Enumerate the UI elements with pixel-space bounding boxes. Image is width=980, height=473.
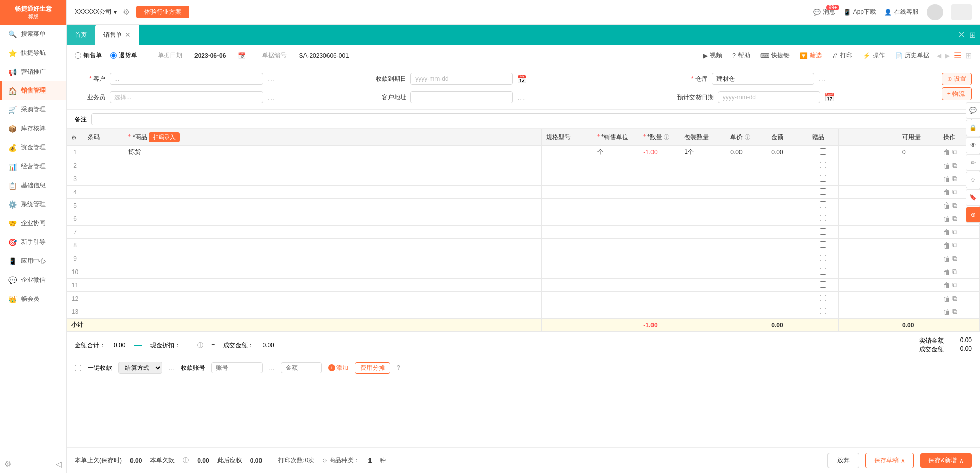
copy-icon[interactable]: ⧉ (952, 254, 957, 263)
delete-icon[interactable]: 🗑 (943, 241, 950, 250)
delete-icon[interactable]: 🗑 (943, 201, 950, 210)
tab-sales-order[interactable]: 销售单 ✕ (95, 25, 139, 45)
save-new-btn[interactable]: 保存&新增 ∧ (920, 453, 972, 468)
history-btn[interactable]: 📄 历史单据 (892, 50, 932, 61)
float-star-btn[interactable]: ☆ (966, 172, 980, 188)
avatar[interactable] (927, 4, 943, 20)
amount-input[interactable] (281, 362, 322, 373)
tab-home[interactable]: 首页 (67, 25, 95, 45)
float-bookmark-btn[interactable]: 🔖 (966, 189, 980, 206)
shortcut-btn[interactable]: ⌨ 快捷键 (757, 50, 793, 61)
delete-icon[interactable]: 🗑 (943, 162, 950, 170)
add-payment-btn[interactable]: + 添加 (328, 364, 349, 372)
sidebar-item-guide[interactable]: 🎯 新手引导 (0, 233, 66, 252)
copy-icon[interactable]: ⧉ (952, 148, 957, 156)
tab-layout-icon[interactable]: ⊞ (969, 30, 976, 40)
sidebar-item-inventory[interactable]: 📦 库存核算 (0, 119, 66, 138)
trial-btn[interactable]: 体验行业方案 (136, 6, 189, 18)
app-download-btn[interactable]: 📱 App下载 (843, 8, 876, 16)
float-comment-btn[interactable]: 💬 (966, 102, 980, 119)
row-product[interactable]: 拣货 (124, 146, 542, 159)
copy-icon[interactable]: ⧉ (952, 307, 957, 316)
fee-help-icon[interactable]: ? (397, 364, 400, 371)
sidebar-item-appstore[interactable]: 📱 应用中心 (0, 252, 66, 271)
sidebar-item-marketing[interactable]: 📢 营销推广 (0, 62, 66, 81)
qty-help-icon[interactable]: ⓘ (664, 134, 669, 140)
radio-return-order[interactable]: 退货单 (110, 51, 137, 60)
delete-icon[interactable]: 🗑 (943, 295, 950, 303)
due-date-calendar-icon[interactable]: 📅 (517, 74, 527, 84)
expected-date-input[interactable] (718, 91, 820, 103)
delete-icon[interactable]: 🗑 (943, 148, 950, 156)
copy-icon[interactable]: ⧉ (952, 161, 957, 170)
tab-close-all-icon[interactable]: ✕ (957, 29, 965, 40)
sidebar-item-sales[interactable]: 🏠 销售管理 (0, 81, 66, 100)
sidebar-settings-btn[interactable]: ⚙ (4, 459, 11, 469)
row-price[interactable]: 0.00 (726, 146, 767, 159)
customer-input[interactable] (110, 73, 263, 85)
radio-sales-order[interactable]: 销售单 (75, 51, 102, 60)
due-date-input[interactable] (410, 73, 513, 85)
customer-addr-input[interactable] (410, 91, 513, 103)
grid-view-icon[interactable]: ⊞ (965, 51, 972, 60)
copy-icon[interactable]: ⧉ (952, 201, 957, 210)
salesperson-input[interactable] (110, 91, 263, 103)
copy-icon[interactable]: ⧉ (952, 228, 957, 236)
sidebar-collapse-btn[interactable]: ◁ (56, 459, 62, 469)
filter-btn[interactable]: 🔽 筛选 (797, 50, 825, 61)
copy-icon[interactable]: ⧉ (952, 174, 957, 183)
logistics-btn[interactable]: + 物流 (942, 87, 972, 100)
price-help-icon[interactable]: ⓘ (745, 134, 750, 140)
delete-icon[interactable]: 🗑 (943, 281, 950, 289)
sidebar-item-enterprise[interactable]: 🤝 企业协同 (0, 214, 66, 233)
sidebar-item-search[interactable]: 🔍 搜索菜单 (0, 25, 66, 43)
sidebar-item-wechat[interactable]: 💬 企业微信 (0, 271, 66, 289)
copy-icon[interactable]: ⧉ (952, 294, 957, 303)
copy-icon[interactable]: ⧉ (952, 241, 957, 250)
account-input[interactable] (211, 362, 263, 373)
delete-icon[interactable]: 🗑 (943, 308, 950, 316)
sidebar-item-member[interactable]: 👑 畅会员 (0, 289, 66, 308)
settings-btn[interactable]: ⊙ 设置 (942, 73, 972, 85)
one-click-checkbox[interactable] (75, 365, 81, 371)
sidebar-item-system[interactable]: ⚙️ 系统管理 (0, 195, 66, 214)
row-pkg-qty[interactable]: 1个 (680, 146, 726, 159)
company-selector[interactable]: XXXXXX公司 ▾ (75, 8, 117, 16)
save-draft-btn[interactable]: 保存草稿 ∧ (865, 453, 914, 468)
account-more-icon[interactable]: … (269, 364, 275, 371)
delete-icon[interactable]: 🗑 (943, 268, 950, 276)
operate-btn[interactable]: ⚡ 操作 (860, 50, 888, 61)
row-unit[interactable]: 个 (593, 146, 639, 159)
th-gear-icon[interactable]: ⚙ (71, 134, 77, 141)
row-spec[interactable] (542, 146, 593, 159)
row-barcode[interactable] (83, 146, 124, 159)
help-btn[interactable]: ? 帮助 (729, 50, 753, 61)
fee-split-btn[interactable]: 费用分摊 (355, 362, 390, 374)
delete-icon[interactable]: 🗑 (943, 175, 950, 183)
salesperson-more-icon[interactable]: … (267, 93, 275, 102)
online-service-btn[interactable]: 👤 在线客服 (884, 8, 919, 16)
tab-close-icon[interactable]: ✕ (125, 31, 131, 39)
sidebar-item-quick-nav[interactable]: ⭐ 快捷导航 (0, 43, 66, 62)
float-eye-btn[interactable]: 👁 (966, 137, 980, 153)
prev-icon[interactable]: ◀ (937, 52, 941, 59)
copy-icon[interactable]: ⧉ (952, 281, 957, 289)
sidebar-item-purchase[interactable]: 🛒 采购管理 (0, 100, 66, 119)
calendar-icon[interactable]: 📅 (238, 52, 246, 59)
header-gear-icon[interactable]: ⚙ (123, 7, 130, 17)
expected-date-calendar-icon[interactable]: 📅 (824, 93, 835, 102)
sidebar-item-operations[interactable]: 📊 经营管理 (0, 157, 66, 176)
float-orange-btn[interactable]: ⊕ (966, 207, 980, 223)
video-btn[interactable]: ▶ 视频 (700, 50, 725, 61)
row-gear[interactable]: 1 (67, 146, 83, 159)
owe-help-icon[interactable]: ⓘ (183, 456, 189, 465)
discard-btn[interactable]: 放弃 (827, 453, 859, 468)
delete-icon[interactable]: 🗑 (943, 188, 950, 196)
row-gift[interactable] (808, 146, 839, 159)
sidebar-item-finance[interactable]: 💰 资金管理 (0, 138, 66, 157)
settlement-more-icon[interactable]: … (168, 364, 175, 371)
avatar-name[interactable] (951, 4, 972, 20)
list-view-icon[interactable]: ☰ (954, 51, 961, 60)
copy-icon[interactable]: ⧉ (952, 267, 957, 276)
next-icon[interactable]: ▶ (945, 52, 950, 59)
